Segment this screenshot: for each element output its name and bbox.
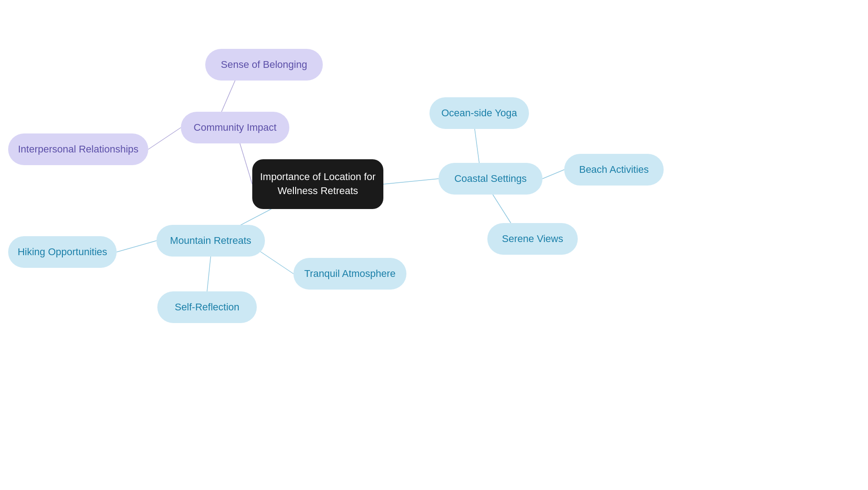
- svg-line-4: [117, 241, 156, 252]
- interpersonal-relationships-node[interactable]: Interpersonal Relationships: [8, 133, 148, 165]
- mountain-retreats-node[interactable]: Mountain Retreats: [156, 225, 265, 257]
- serene-views-node[interactable]: Serene Views: [487, 223, 578, 255]
- coastal-settings-node[interactable]: Coastal Settings: [439, 163, 542, 195]
- sense-of-belonging-node[interactable]: Sense of Belonging: [205, 49, 323, 81]
- sense-of-belonging-label: Sense of Belonging: [221, 59, 307, 71]
- svg-line-2: [148, 128, 181, 149]
- mountain-retreats-label: Mountain Retreats: [170, 235, 251, 247]
- hiking-opportunities-node[interactable]: Hiking Opportunities: [8, 236, 117, 268]
- beach-activities-node[interactable]: Beach Activities: [564, 154, 664, 186]
- hiking-opportunities-label: Hiking Opportunities: [18, 246, 107, 258]
- ocean-side-yoga-node[interactable]: Ocean-side Yoga: [429, 97, 529, 129]
- central-node-label: Importance of Location for Wellness Retr…: [252, 170, 383, 198]
- svg-line-8: [475, 129, 479, 163]
- tranquil-atmosphere-node[interactable]: Tranquil Atmosphere: [293, 258, 406, 290]
- interpersonal-relationships-label: Interpersonal Relationships: [18, 143, 139, 155]
- svg-line-1: [222, 81, 235, 112]
- beach-activities-label: Beach Activities: [579, 164, 649, 176]
- community-impact-label: Community Impact: [193, 122, 276, 133]
- tranquil-atmosphere-label: Tranquil Atmosphere: [304, 268, 396, 280]
- svg-line-9: [542, 170, 564, 179]
- community-impact-node[interactable]: Community Impact: [181, 112, 289, 143]
- svg-line-10: [493, 195, 511, 223]
- self-reflection-label: Self-Reflection: [175, 301, 239, 313]
- central-node[interactable]: Importance of Location for Wellness Retr…: [252, 159, 383, 209]
- svg-line-7: [383, 179, 439, 184]
- coastal-settings-label: Coastal Settings: [454, 173, 527, 185]
- self-reflection-node[interactable]: Self-Reflection: [157, 291, 257, 323]
- ocean-side-yoga-label: Ocean-side Yoga: [441, 107, 517, 119]
- svg-line-6: [207, 257, 211, 291]
- serene-views-label: Serene Views: [502, 233, 563, 245]
